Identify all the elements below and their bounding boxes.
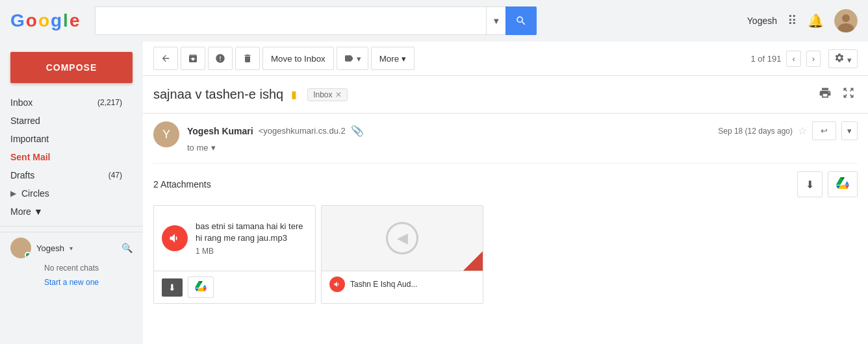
sidebar-divider [0,226,143,227]
email-toolbar: Move to Inbox ▾ More ▾ 1 of 191 ‹ › [143,42,868,76]
compose-button[interactable]: COMPOSE [10,52,133,83]
trash-icon [242,53,253,64]
main-layout: COMPOSE Inbox (2,217) Starred Important … [0,42,868,344]
email-meta: Yogesh Kumari <yogeshkumari.cs.du.2 📎 Se… [187,121,858,155]
user-dropdown-arrow[interactable]: ▾ [70,245,73,252]
next-page-button[interactable]: › [806,51,821,67]
print-icon [819,86,832,99]
more-button[interactable]: More ▾ [371,47,415,70]
attachment-filename-2: Tashn E Ishq Aud... [350,280,417,289]
user-avatar[interactable] [834,9,858,32]
chat-user-row: Yogesh ▾ 🔍 [10,238,133,258]
email-date: Sep 18 (12 days ago) [718,127,793,136]
sidebar-item-inbox[interactable]: Inbox (2,217) [0,93,133,112]
attachments-title: 2 Attachments [153,179,211,190]
reply-dropdown-button[interactable]: ▾ [841,121,858,140]
chat-avatar [10,238,31,258]
chat-search-icon[interactable]: 🔍 [121,243,133,253]
sidebar-item-important[interactable]: Important [0,130,133,148]
attachment-footer-1: ⬇ [154,271,315,303]
sidebar-bottom: Yogesh ▾ 🔍 No recent chats Start a new o… [0,232,143,292]
sender-avatar: Y [153,121,179,147]
apps-icon[interactable]: ⠿ [787,13,797,29]
sidebar-item-starred[interactable]: Starred [0,112,133,130]
settings-button[interactable]: ▾ [828,49,858,68]
audio-icon-2 [329,276,345,292]
attachments-header: 2 Attachments ⬇ [153,171,858,197]
spam-icon [215,53,225,64]
attachments-section: 2 Attachments ⬇ [153,164,858,312]
content-area: Move to Inbox ▾ More ▾ 1 of 191 ‹ › [143,42,868,344]
attachment-preview-1: bas etni si tamana hai ki tere hi rang m… [154,206,315,271]
attachment-filename-1: bas etni si tamana hai ki tere hi rang m… [196,221,307,244]
pagination-text: 1 of 191 [750,54,781,64]
download-attachment-1-button[interactable]: ⬇ [162,278,183,297]
chat-user-name: Yogesh [36,243,64,253]
prev-page-button[interactable]: ‹ [786,51,800,67]
expand-icon [842,86,855,99]
sidebar-item-sent[interactable]: Sent Mail [0,148,133,166]
pagination: 1 of 191 ‹ › [750,51,821,67]
sidebar-item-more[interactable]: More ▼ [0,203,143,221]
attachment-size-1: 1 MB [196,247,307,256]
badge-close[interactable]: ✕ [335,90,342,99]
to-me-dropdown[interactable]: ▾ [211,143,216,153]
google-logo: Google [10,10,79,31]
attachment-clip-icon: 📎 [351,125,364,137]
top-bar: Google in:sent ▼ Yogesh ⠿ 🔔 [0,0,868,42]
drive-all-icon [836,177,849,189]
search-input[interactable]: in:sent [95,6,486,35]
download-all-button[interactable]: ⬇ [797,171,823,197]
attachment-actions: ⬇ [797,171,858,197]
attachment-card-1: bas etni si tamana hai ki tere hi rang m… [153,205,316,304]
search-icon [515,15,527,27]
star-button[interactable]: ☆ [798,125,807,137]
search-bar: in:sent ▼ [95,6,537,35]
back-icon [160,53,171,64]
print-button[interactable] [816,84,834,105]
search-dropdown-button[interactable]: ▼ [486,6,505,35]
search-button[interactable] [505,6,537,35]
sidebar-item-circles[interactable]: ▶ Circles [0,184,133,203]
archive-button[interactable] [181,47,205,70]
labels-button[interactable]: ▾ [337,47,368,70]
audio-gray-icon: ◀ [383,219,422,258]
notifications-icon[interactable]: 🔔 [808,13,824,29]
delete-button[interactable] [235,47,260,70]
email-container: Y Yogesh Kumari <yogeshkumari.cs.du.2 📎 … [143,114,868,312]
email-header: Y Yogesh Kumari <yogeshkumari.cs.du.2 📎 … [153,114,858,164]
save-to-drive-all-button[interactable] [828,171,858,197]
reply-button[interactable]: ↩ [812,121,836,140]
thread-subject: sajnaa v tashen-e ishq [153,87,283,102]
move-to-inbox-button[interactable]: Move to Inbox [262,47,334,70]
labels-icon [344,53,354,64]
user-name: Yogesh [747,16,777,26]
top-right: Yogesh ⠿ 🔔 [747,9,858,32]
sidebar-item-drafts[interactable]: Drafts (47) [0,166,133,184]
drive-icon-1 [195,281,207,291]
attachments-grid: bas etni si tamana hai ki tere hi rang m… [153,205,858,304]
archive-icon [188,53,198,64]
attachment-card-2: ◀ Tashn E Ishq Aud... [321,205,483,304]
expand-button[interactable] [839,84,858,105]
sender-email: <yogeshkumari.cs.du.2 [259,126,346,136]
attachment-preview-2: ◀ [322,206,483,271]
online-indicator [25,252,31,258]
to-me-line: to me ▾ [187,140,858,155]
corner-triangle [463,251,483,271]
no-chats-text: No recent chats [10,258,133,278]
label-star: ▮ [291,88,297,101]
settings-icon [834,53,845,63]
save-drive-1-button[interactable] [188,276,214,298]
inbox-badge: Inbox ✕ [307,88,347,101]
start-chat-link[interactable]: Start a new one [10,278,133,287]
sidebar: COMPOSE Inbox (2,217) Starred Important … [0,42,143,344]
back-button[interactable] [153,47,178,70]
thread-actions [816,84,858,105]
spam-button[interactable] [208,47,233,70]
sender-line: Yogesh Kumari <yogeshkumari.cs.du.2 📎 Se… [187,121,858,140]
thread-header: sajnaa v tashen-e ishq ▮ Inbox ✕ [143,76,868,114]
audio-icon-1 [162,225,188,251]
sender-name: Yogesh Kumari [187,126,253,136]
attachment-footer-2: Tashn E Ishq Aud... [322,271,483,297]
